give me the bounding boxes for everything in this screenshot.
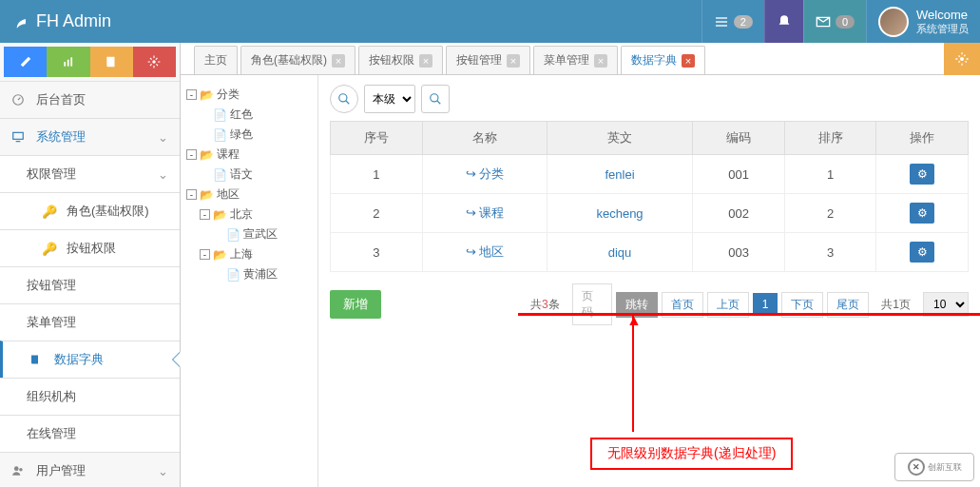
pager: 共3条 页码 跳转 首页 上页 1 下页 尾页 共1页 10: [522, 283, 969, 325]
tree-node[interactable]: 📄红色: [186, 105, 312, 125]
svg-rect-5: [70, 57, 72, 66]
header-tasks[interactable]: 2: [701, 0, 764, 43]
sidebar: 后台首页 系统管理 ⌄ 权限管理 ⌄ 🔑 角色(基础权限) 🔑 按钮权限 按钮管…: [0, 43, 181, 487]
nav-org[interactable]: 组织机构: [0, 378, 180, 415]
close-icon[interactable]: ×: [682, 54, 695, 68]
nav-role-base[interactable]: 🔑 角色(基础权限): [0, 192, 180, 229]
quick-book-button[interactable]: [90, 47, 133, 77]
quick-stats-button[interactable]: [47, 47, 89, 77]
tree-label: 黄浦区: [243, 266, 278, 282]
header-mail[interactable]: 0: [803, 0, 866, 43]
nav-online-label: 在线管理: [27, 425, 76, 442]
nav-button-perm[interactable]: 🔑 按钮权限: [0, 229, 180, 266]
row-action-button[interactable]: ⚙: [910, 242, 934, 263]
tree-node[interactable]: -📂课程: [186, 145, 312, 165]
tab[interactable]: 菜单管理×: [533, 46, 618, 74]
svg-point-6: [153, 60, 157, 64]
close-icon[interactable]: ×: [594, 54, 607, 68]
nav-online[interactable]: 在线管理: [0, 415, 180, 452]
bars-icon: [62, 55, 75, 68]
tree-node[interactable]: -📂上海: [186, 244, 312, 264]
tabs-settings-button[interactable]: [944, 43, 980, 75]
header-user[interactable]: Welcome 系统管理员: [866, 0, 980, 43]
tab[interactable]: 主页: [194, 46, 238, 74]
nav-permission[interactable]: 权限管理 ⌄: [0, 155, 180, 192]
search-button[interactable]: [421, 85, 450, 113]
quick-edit-button[interactable]: [4, 47, 47, 77]
tree-node[interactable]: -📂北京: [186, 205, 312, 224]
en-link[interactable]: diqu: [608, 245, 632, 260]
row-action-button[interactable]: ⚙: [910, 164, 934, 185]
expand-icon[interactable]: -: [186, 189, 197, 200]
nav-system[interactable]: 系统管理 ⌄: [0, 118, 180, 155]
annotation-box: 无限级别数据字典(递归处理): [590, 438, 793, 470]
nav-users[interactable]: 用户管理 ⌄: [0, 452, 180, 487]
tab[interactable]: 按钮管理×: [446, 46, 530, 74]
refresh-button[interactable]: [330, 85, 358, 113]
sidebar-quick-buttons: [0, 43, 180, 81]
tab-label: 数据字典: [631, 52, 677, 68]
page-input[interactable]: 页码: [572, 283, 612, 325]
leaf-icon: [13, 13, 30, 30]
svg-rect-3: [64, 62, 66, 67]
header-alerts[interactable]: [764, 0, 803, 43]
tree-label: 红色: [230, 107, 253, 123]
en-link[interactable]: kecheng: [596, 206, 643, 221]
nav-button-mgmt[interactable]: 按钮管理: [0, 266, 180, 303]
tab[interactable]: 数据字典×: [621, 46, 705, 74]
nav-system-label: 系统管理: [36, 128, 86, 146]
column-header: 英文: [547, 122, 693, 155]
monitor-icon: [11, 130, 29, 144]
level-select[interactable]: 本级: [364, 85, 415, 113]
nav-data-dict-label: 数据字典: [54, 351, 104, 368]
name-link[interactable]: ↪分类: [466, 166, 504, 181]
nav-menu-mgmt[interactable]: 菜单管理: [0, 303, 180, 341]
brand: FH Admin: [0, 11, 125, 31]
tree-node[interactable]: -📂地区: [186, 185, 312, 205]
name-link[interactable]: ↪课程: [466, 205, 504, 220]
tree-node[interactable]: 📄宣武区: [186, 224, 312, 244]
nav-data-dict[interactable]: 数据字典: [0, 341, 180, 378]
book-icon: [105, 55, 118, 68]
tree-node[interactable]: 📄黄浦区: [186, 264, 312, 284]
table-row: 3↪地区diqu0033⚙: [331, 233, 969, 272]
expand-icon[interactable]: -: [200, 249, 210, 260]
tab[interactable]: 按钮权限×: [358, 46, 443, 74]
close-icon[interactable]: ×: [332, 54, 345, 68]
nav-role-base-label: 角色(基础权限): [67, 203, 149, 220]
close-icon[interactable]: ×: [507, 54, 520, 68]
tree-node[interactable]: 📄绿色: [186, 125, 312, 145]
close-icon[interactable]: ×: [419, 54, 432, 68]
tree-label: 宣武区: [243, 226, 278, 243]
add-button[interactable]: 新增: [330, 290, 381, 319]
tree-label: 课程: [217, 146, 240, 163]
table-row: 1↪分类fenlei0011⚙: [331, 155, 969, 194]
en-link[interactable]: fenlei: [605, 167, 635, 182]
row-action-button[interactable]: ⚙: [910, 203, 934, 224]
tree-node[interactable]: 📄语文: [186, 165, 312, 185]
tasks-badge: 2: [734, 15, 753, 29]
tab[interactable]: 角色(基础权限)×: [240, 46, 355, 74]
svg-point-9: [14, 466, 19, 471]
tab-label: 按钮权限: [369, 52, 414, 68]
quick-settings-button[interactable]: [133, 47, 176, 77]
svg-rect-2: [716, 25, 727, 26]
expand-icon[interactable]: -: [186, 149, 197, 160]
file-icon: 📄: [226, 268, 240, 282]
tab-label: 按钮管理: [456, 52, 502, 68]
expand-icon[interactable]: -: [186, 89, 197, 100]
users-icon: [11, 464, 29, 477]
chevron-down-icon: ⌄: [158, 167, 168, 182]
tree-node[interactable]: -📂分类: [186, 85, 312, 105]
svg-point-12: [960, 57, 964, 61]
cell-no: 1: [331, 155, 423, 194]
user-role: 系统管理员: [916, 22, 969, 36]
tree-pane: -📂分类📄红色📄绿色-📂课程📄语文-📂地区-📂北京📄宣武区-📂上海📄黄浦区: [181, 75, 318, 487]
search-icon: [429, 92, 442, 106]
nav-dashboard[interactable]: 后台首页: [0, 81, 180, 118]
name-link[interactable]: ↪地区: [466, 244, 504, 259]
svg-rect-1: [716, 21, 727, 22]
nav-menu-mgmt-label: 菜单管理: [27, 314, 76, 331]
svg-rect-8: [13, 132, 24, 139]
expand-icon[interactable]: -: [200, 209, 210, 220]
